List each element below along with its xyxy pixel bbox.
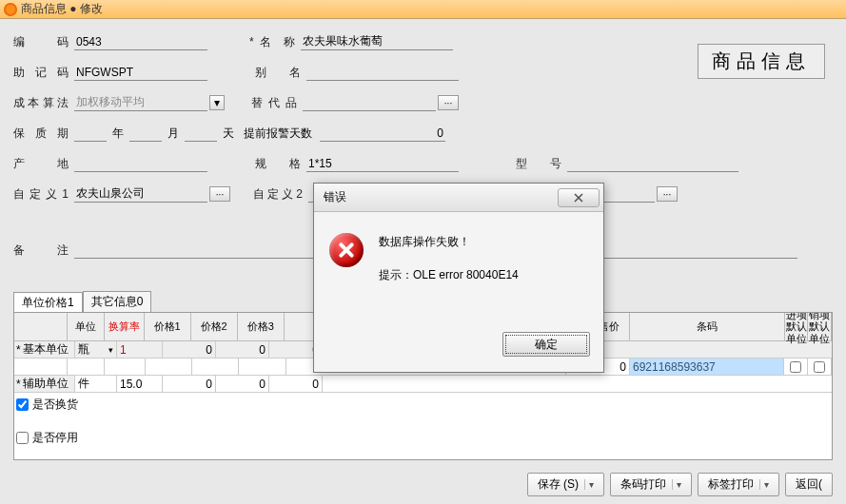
c1-browse-btn[interactable]: ··· [209, 186, 230, 202]
exchange-label: 是否换货 [32, 397, 78, 413]
tab-unit-price[interactable]: 单位价格1 [13, 292, 83, 313]
dialog-line2: 提示：OLE error 80040E14 [379, 266, 519, 284]
label-alias: 别 名 [255, 65, 301, 81]
row1-rate[interactable]: 1 [117, 341, 163, 358]
label-subst: 替代品 [251, 95, 297, 111]
label-c1: 自定义1 [13, 186, 69, 203]
code-input[interactable] [74, 33, 207, 50]
label-remark: 备 注 [13, 242, 69, 259]
stop-checkbox[interactable] [16, 432, 29, 444]
label-day: 天 [223, 126, 234, 142]
label-print-button[interactable]: 标签打印▾ [698, 473, 779, 496]
col-unit: 单位 [68, 313, 105, 340]
cost-input [74, 94, 207, 111]
label-origin: 产 地 [13, 156, 69, 172]
tab-other-info[interactable]: 其它信息0 [83, 291, 152, 312]
dialog-close-button[interactable] [558, 188, 600, 207]
name-input[interactable] [301, 33, 453, 50]
check-exchange[interactable]: 是否换货 [16, 397, 78, 413]
titlebar: 商品信息 ● 修改 [0, 0, 846, 19]
stop-label: 是否停用 [32, 430, 78, 446]
back-button[interactable]: 返回( [785, 473, 833, 496]
row1-intax-chk[interactable] [784, 359, 808, 375]
subst-input[interactable] [303, 94, 436, 111]
row1-p1[interactable]: 0 [163, 341, 216, 358]
row2-p3[interactable]: 0 [269, 376, 323, 392]
label-month: 月 [167, 126, 179, 142]
col-rate: 换算率 [105, 313, 145, 340]
chevron-down-icon: ▾ [759, 479, 769, 490]
dialog-ok-button[interactable]: 确定 [502, 332, 590, 357]
mnemonic-input[interactable] [74, 64, 207, 81]
model-input[interactable] [567, 155, 738, 172]
spec-input[interactable] [306, 155, 459, 172]
label-alert: 提前报警天数 [244, 126, 320, 142]
origin-input[interactable] [74, 155, 207, 172]
col-p1: 价格1 [145, 313, 191, 340]
subst-browse-btn[interactable]: ··· [438, 95, 459, 110]
col-p2: 价格2 [191, 313, 238, 340]
shelf-month-input[interactable] [129, 125, 162, 142]
cost-dropdown-btn[interactable]: ▾ [209, 95, 225, 110]
label-name: 名 称 [249, 34, 295, 50]
label-mnemonic: 助记码 [13, 65, 69, 81]
window-title: 商品信息 ● 修改 [21, 1, 103, 17]
col-bar: 条码 [630, 313, 785, 340]
label-shelf: 保质期 [13, 126, 69, 142]
col-intax: 进项默认单位 [785, 313, 809, 340]
dialog-titlebar: 错误 [314, 184, 603, 212]
cost-select[interactable]: ▾ [74, 94, 225, 111]
app-icon [4, 3, 17, 16]
window-body: 商品信息 编 码 名 称 助记码 别 名 成本算法 ▾ 替代品 ··· 保质期 [0, 19, 846, 504]
row1-label: 基本单位 [14, 341, 75, 358]
chevron-down-icon: ▾ [584, 479, 594, 490]
row1-outtax-chk[interactable] [808, 359, 832, 375]
row-aux-unit[interactable]: 辅助单位 件 15.0 0 0 0 [14, 376, 832, 393]
alias-input[interactable] [306, 64, 459, 81]
row1-p2[interactable]: 0 [216, 341, 269, 358]
chevron-down-icon: ▾ [672, 479, 681, 490]
c2-browse-btn[interactable]: ··· [657, 186, 678, 202]
row1-barcode[interactable]: 6921168593637 [630, 359, 784, 375]
shelf-day-input[interactable] [185, 125, 217, 142]
error-icon [329, 233, 364, 267]
alert-input[interactable] [320, 125, 445, 142]
row2-unit[interactable]: 件 [75, 376, 117, 392]
col-outtax: 销项默认单位 [808, 313, 832, 340]
label-cost: 成本算法 [13, 95, 69, 111]
label-code: 编 码 [13, 34, 69, 50]
label-model: 型 号 [516, 156, 561, 172]
shelf-year-input[interactable] [74, 125, 107, 142]
dialog-title: 错误 [324, 189, 346, 205]
row2-p2[interactable]: 0 [216, 376, 269, 392]
save-button[interactable]: 保存 (S)▾ [527, 473, 604, 496]
error-dialog: 错误 数据库操作失败！ 提示：OLE error 80040E14 确定 [313, 183, 604, 373]
col-p3: 价格3 [238, 313, 285, 340]
button-bar: 保存 (S)▾ 条码打印▾ 标签打印▾ 返回( [527, 473, 833, 496]
label-c2: 自定义2 [253, 186, 303, 203]
page-title-box: 商品信息 [698, 44, 825, 79]
row2-p1[interactable]: 0 [163, 376, 216, 392]
check-stop[interactable]: 是否停用 [16, 430, 78, 446]
close-icon [573, 193, 584, 203]
dialog-message: 数据库操作失败！ 提示：OLE error 80040E14 [379, 233, 519, 300]
c1-input[interactable] [74, 185, 207, 203]
dialog-line1: 数据库操作失败！ [379, 233, 519, 251]
barcode-print-button[interactable]: 条码打印▾ [610, 473, 692, 496]
row2-label: 辅助单位 [14, 376, 75, 392]
row1-unit[interactable]: 瓶▾ [75, 341, 117, 358]
exchange-checkbox[interactable] [16, 398, 29, 411]
label-spec: 规 格 [255, 156, 301, 172]
row2-rate[interactable]: 15.0 [117, 376, 163, 392]
label-year: 年 [112, 126, 124, 142]
